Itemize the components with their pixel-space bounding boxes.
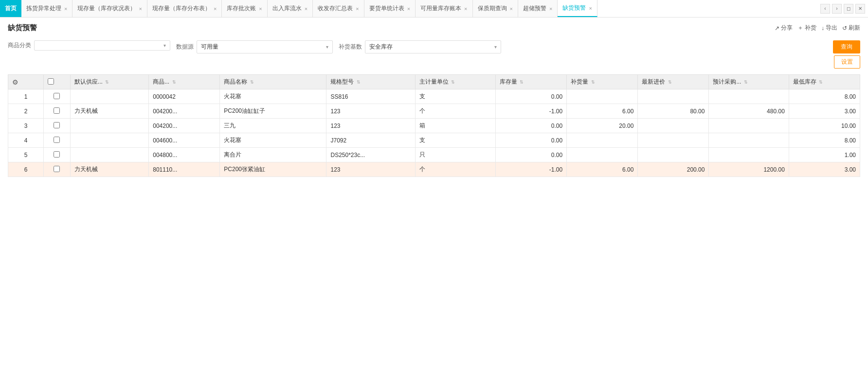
window-close[interactable]: ✕ [855,4,865,14]
tab-inout-flow[interactable]: 出入库流水× [268,0,313,17]
tab-inventory-dist[interactable]: 现存量（库存分布表）× [147,0,222,17]
cell-est-purchase-1: 480.00 [709,104,789,119]
spec-sort-icon[interactable]: ⇅ [357,80,361,85]
tab-nav-buttons: ‹ › ◻ ✕ [817,4,868,14]
refresh-label: 刷新 [849,24,860,32]
col-header-checkbox[interactable] [44,75,71,89]
cell-checkbox-1[interactable] [44,104,71,119]
cell-replenish-2: 20.00 [567,119,638,133]
col-header-spec: 规格型号 ⇅ [326,75,416,89]
min-stock-sort-icon[interactable]: ⇅ [819,80,823,85]
cell-stock-4: 0.00 [496,148,567,162]
tab-close-inventory-dist[interactable]: × [214,6,217,12]
cell-num-2: 3 [8,119,44,133]
cell-replenish-5: 6.00 [567,162,638,177]
name-sort-icon[interactable]: ⇅ [250,80,254,85]
cell-checkbox-4[interactable] [44,148,71,162]
cell-checkbox-3[interactable] [44,133,71,148]
cell-code-1: 004200... [149,104,220,119]
tab-close-expiry-query[interactable]: × [510,6,513,12]
cell-unit-3: 支 [416,133,496,148]
cell-stock-5: -1.00 [496,162,567,177]
tab-available-ledger[interactable]: 可用量库存账本× [416,0,472,17]
tab-scroll-right[interactable]: › [832,4,842,14]
row-checkbox-2[interactable] [54,122,60,128]
cell-spec-2: 123 [326,119,416,133]
tab-recv-summary[interactable]: 收发存汇总表× [313,0,364,17]
settings-button[interactable]: 设置 [834,55,860,69]
cell-num-0: 1 [8,89,44,104]
replenish-base-select[interactable]: 安全库存 ▾ [365,40,501,53]
cell-checkbox-0[interactable] [44,89,71,104]
cell-min-stock-3: 8.00 [789,133,860,148]
tab-order-stat[interactable]: 要货单统计表× [364,0,416,17]
select-all-checkbox[interactable] [48,78,54,85]
datasource-select[interactable]: 可用量 ▾ [197,40,333,53]
share-button[interactable]: ↗ 分享 [775,24,793,32]
data-table: ⚙ 默认供应... ⇅ 商品... ⇅ 商品名称 ⇅ 规格 [8,74,860,177]
export-button[interactable]: ↓ 导出 [821,24,837,32]
stock-sort-icon[interactable]: ⇅ [520,80,524,85]
category-select[interactable]: ▾ [34,40,170,51]
tab-close-overstock-warn[interactable]: × [549,6,552,12]
tab-close-shortage-warn[interactable]: × [589,5,592,11]
cell-spec-3: J7092 [326,133,416,148]
gear-icon: ⚙ [12,78,18,86]
tab-overstock-warn[interactable]: 超储预警× [518,0,558,17]
col-header-supplier: 默认供应... ⇅ [70,75,148,89]
row-checkbox-1[interactable] [54,107,60,114]
tab-batch-exception[interactable]: 拣货异常处理× [21,0,72,17]
export-icon: ↓ [821,25,824,32]
category-label: 商品分类 [8,41,31,50]
window-restore[interactable]: ◻ [844,4,853,14]
tab-batch-account[interactable]: 库存批次账× [222,0,267,17]
code-sort-icon[interactable]: ⇅ [172,80,176,85]
cell-name-1: PC200油缸缸子 [220,104,326,119]
tab-scroll-left[interactable]: ‹ [820,4,830,14]
cell-num-1: 2 [8,104,44,119]
tab-close-recv-summary[interactable]: × [356,6,359,12]
share-icon: ↗ [775,25,779,32]
tab-close-inventory-status[interactable]: × [139,6,142,12]
tab-label: 拣货异常处理 [26,4,61,13]
tab-home[interactable]: 首页 [0,0,21,17]
cell-stock-1: -1.00 [496,104,567,119]
replenish-sort-icon[interactable]: ⇅ [591,80,595,85]
replenish-label: 补货 [805,24,816,32]
tab-close-inout-flow[interactable]: × [305,6,307,12]
table-row: 1 0000042 火花塞 SS816 支 0.00 8.00 [8,89,860,104]
row-checkbox-5[interactable] [54,166,60,172]
cell-code-4: 004800... [149,148,220,162]
refresh-button[interactable]: ↺ 刷新 [842,24,860,32]
cell-checkbox-2[interactable] [44,119,71,133]
page-container: 缺货预警 ↗ 分享 ＋ 补货 ↓ 导出 ↺ 刷新 商品分类 [0,18,868,387]
query-button[interactable]: 查询 [833,40,860,53]
tab-close-batch-account[interactable]: × [259,6,262,12]
row-checkbox-0[interactable] [54,93,60,99]
supplier-sort-icon[interactable]: ⇅ [105,80,109,85]
col-header-settings[interactable]: ⚙ [8,75,44,89]
cell-est-purchase-5: 1200.00 [709,162,789,177]
tab-close-available-ledger[interactable]: × [464,6,467,12]
tab-expiry-query[interactable]: 保质期查询× [473,0,518,17]
row-checkbox-4[interactable] [54,151,60,158]
table-row: 4 004600... 火花塞 J7092 支 0.00 8.00 [8,133,860,148]
price-sort-icon[interactable]: ⇅ [668,80,672,85]
tab-close-order-stat[interactable]: × [407,6,410,12]
tab-shortage-warn[interactable]: 缺货预警× [558,0,597,17]
row-checkbox-3[interactable] [54,137,60,143]
tab-label: 超储预警 [523,4,546,13]
tab-label: 现存量（库存分布表） [152,4,211,13]
unit-sort-icon[interactable]: ⇅ [451,80,455,85]
header-actions: ↗ 分享 ＋ 补货 ↓ 导出 ↺ 刷新 [775,24,860,32]
est-purchase-sort-icon[interactable]: ⇅ [744,80,748,85]
tab-inventory-status[interactable]: 现存量（库存状况表）× [72,0,147,17]
cell-checkbox-5[interactable] [44,162,71,177]
tab-close-batch-exception[interactable]: × [64,6,67,12]
cell-replenish-0 [567,89,638,104]
cell-unit-1: 个 [416,104,496,119]
tab-label: 可用量库存账本 [420,4,461,13]
tab-bar: 首页拣货异常处理×现存量（库存状况表）×现存量（库存分布表）×库存批次账×出入库… [0,0,868,18]
cell-unit-2: 箱 [416,119,496,133]
replenish-button[interactable]: ＋ 补货 [797,24,816,32]
